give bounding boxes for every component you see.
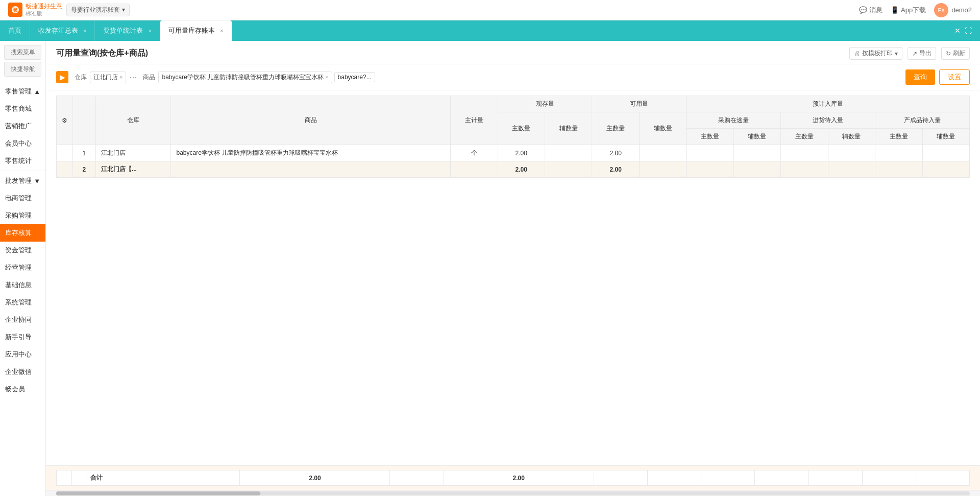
scroll-bar-thumb[interactable]: [56, 491, 260, 495]
filter-toggle-btn[interactable]: ▶: [56, 71, 68, 83]
sidebar-item-retail-mgmt[interactable]: 零售管理 ▲: [0, 83, 45, 100]
settings-btn[interactable]: 设置: [939, 69, 970, 85]
top-bar-right: 💬 消息 📱 App下载 Ea demo2: [859, 3, 972, 17]
subtotal-unit: [451, 161, 498, 178]
scroll-bar-container: [46, 490, 980, 496]
product-tags: babycare学饮杯 儿童防摔防撞吸管杯重力球吸嘴杯宝宝水杯 × babyca…: [158, 72, 375, 83]
footer-cell-p3: [755, 470, 808, 486]
cell-production-aux: [922, 145, 969, 161]
industry-selector[interactable]: 母婴行业演示账套 ▾: [66, 4, 130, 16]
search-menu-btn[interactable]: 搜索菜单: [4, 45, 41, 60]
tab-home[interactable]: 首页: [0, 20, 30, 41]
sidebar-item-marketing[interactable]: 营销推广: [0, 117, 45, 135]
subtotal-warehouse: 江北门店【...: [95, 161, 171, 178]
cell-production-main: [875, 145, 922, 161]
tab-receive[interactable]: 收发存汇总表 ×: [30, 20, 95, 41]
tab-available-stock-close[interactable]: ×: [220, 28, 223, 34]
cell-available-main: 2.00: [592, 145, 639, 161]
app-icon: 📱: [891, 6, 899, 14]
tab-receive-close[interactable]: ×: [83, 28, 86, 34]
sidebar-item-retail-stats[interactable]: 零售统计: [0, 152, 45, 170]
th-group-stock: 现存量: [498, 96, 592, 112]
sidebar-item-operation[interactable]: 经营管理: [0, 259, 45, 276]
sidebar-item-system[interactable]: 系统管理: [0, 294, 45, 311]
tab-close-all[interactable]: ✕: [954, 27, 961, 35]
footer-cell-available-aux: [594, 470, 647, 486]
footer-cell-p5: [862, 470, 916, 486]
app-download-btn[interactable]: 📱 App下载: [891, 6, 926, 15]
footer-cell-p2: [701, 470, 755, 486]
print-btn[interactable]: 🖨 按模板打印 ▾: [849, 47, 902, 60]
sidebar-item-inventory[interactable]: 库存核算: [0, 224, 45, 242]
warehouse-filter: 仓库 江北门店 × ···: [75, 72, 137, 83]
data-table: ⚙ 仓库 商品 主计量 现存量 可用量 预计入库量 主数量 辅数量 主数量 辅数…: [56, 96, 970, 178]
th-group-incoming: 进货待入量: [781, 112, 875, 129]
subtotal-production-aux: [922, 161, 969, 178]
sidebar-item-enterprise-wechat[interactable]: 企业微信: [0, 363, 45, 381]
footer-cell-stock-aux: [390, 470, 444, 486]
warehouse-more-btn[interactable]: ···: [129, 72, 137, 83]
th-purchase-main: 主数量: [687, 129, 733, 145]
export-btn[interactable]: ↗ 导出: [908, 47, 936, 60]
user-name: demo2: [951, 6, 972, 14]
tab-order-stats[interactable]: 要货单统计表 ×: [95, 20, 160, 41]
sidebar-item-wholesale[interactable]: 批发管理 ▼: [0, 172, 45, 190]
subtotal-settings: [57, 161, 73, 178]
warehouse-tags: 江北门店 ×: [90, 72, 126, 83]
footer-cell-p6: [916, 470, 969, 486]
sidebar-item-purchase[interactable]: 采购管理: [0, 207, 45, 224]
refresh-btn[interactable]: ↻ 刷新: [941, 47, 970, 60]
message-btn[interactable]: 💬 消息: [859, 6, 883, 15]
top-bar-left: 畅 畅捷通好生意 标准版 母婴行业演示账套 ▾: [8, 3, 130, 17]
footer-cell-p4: [808, 470, 862, 486]
product-tag-0[interactable]: babycare学饮杯 儿童防摔防撞吸管杯重力球吸嘴杯宝宝水杯 ×: [158, 72, 332, 83]
quick-nav-btn[interactable]: 快捷导航: [4, 62, 41, 77]
export-icon: ↗: [912, 50, 917, 57]
logo-icon: 畅: [8, 3, 22, 17]
sidebar-item-member[interactable]: 会员中心: [0, 135, 45, 152]
cell-index: 1: [73, 145, 96, 161]
th-product: 商品: [171, 96, 451, 145]
divider-1: [0, 171, 45, 171]
tab-available-stock[interactable]: 可用量库存账本 ×: [160, 20, 232, 41]
warehouse-tag-0[interactable]: 江北门店 ×: [90, 72, 126, 83]
cell-incoming-main: [781, 145, 828, 161]
sidebar-section: 零售管理 ▲ 零售商城 营销推广 会员中心 零售统计 批发管理 ▼ 电商管理: [0, 81, 45, 400]
th-group-purchase: 采购在途量: [687, 112, 781, 129]
cell-unit: 个: [451, 145, 498, 161]
th-group-production: 产成品待入量: [875, 112, 970, 129]
cell-warehouse: 江北门店: [95, 145, 171, 161]
th-production-aux: 辅数量: [922, 129, 969, 145]
subtotal-stock-main: 2.00: [498, 161, 545, 178]
th-warehouse: 仓库: [95, 96, 171, 145]
sidebar-item-retail-mall[interactable]: 零售商城: [0, 100, 45, 117]
table-row: 1 江北门店 babycare学饮杯 儿童防摔防撞吸管杯重力球吸嘴杯宝宝水杯 个…: [57, 145, 970, 161]
sidebar-item-guide[interactable]: 新手引导: [0, 328, 45, 346]
subtotal-available-main: 2.00: [592, 161, 639, 178]
sidebar-item-finance[interactable]: 资金管理: [0, 242, 45, 259]
sidebar-item-basic-info[interactable]: 基础信息: [0, 276, 45, 294]
subtotal-production-main: [875, 161, 922, 178]
th-settings[interactable]: ⚙: [57, 96, 73, 145]
print-dropdown-icon: ▾: [895, 50, 898, 57]
top-bar: 畅 畅捷通好生意 标准版 母婴行业演示账套 ▾ 💬 消息 📱 App下载 Ea …: [0, 0, 980, 20]
filter-actions: 查询 设置: [905, 69, 970, 85]
sidebar-item-vip[interactable]: 畅会员: [0, 381, 45, 398]
query-btn[interactable]: 查询: [905, 69, 935, 85]
footer-cell-stock-main: 2.00: [240, 470, 390, 486]
tab-order-stats-close[interactable]: ×: [148, 28, 151, 34]
tab-maximize[interactable]: ⛶: [965, 27, 972, 35]
product-tag-1[interactable]: babycare?...: [334, 72, 375, 82]
sidebar-item-ecommerce[interactable]: 电商管理: [0, 190, 45, 207]
content-area: 可用量查询(按仓库+商品) 🖨 按模板打印 ▾ ↗ 导出 ↻ 刷新 ▶: [46, 41, 980, 496]
sidebar-item-enterprise-collab[interactable]: 企业协同: [0, 311, 45, 328]
sidebar-item-app-center[interactable]: 应用中心: [0, 346, 45, 363]
filter-bar: ▶ 仓库 江北门店 × ··· 商品 babycare学饮杯 儿童防摔防撞吸管杯…: [46, 64, 980, 90]
th-purchase-aux: 辅数量: [733, 129, 780, 145]
cell-stock-main: 2.00: [498, 145, 545, 161]
table-footer: 合计 2.00 2.00: [46, 465, 980, 490]
warehouse-tag-remove[interactable]: ×: [119, 74, 122, 80]
product-filter: 商品 babycare学饮杯 儿童防摔防撞吸管杯重力球吸嘴杯宝宝水杯 × bab…: [143, 72, 375, 83]
subtotal-incoming-main: [781, 161, 828, 178]
product-tag-0-remove[interactable]: ×: [325, 74, 328, 80]
